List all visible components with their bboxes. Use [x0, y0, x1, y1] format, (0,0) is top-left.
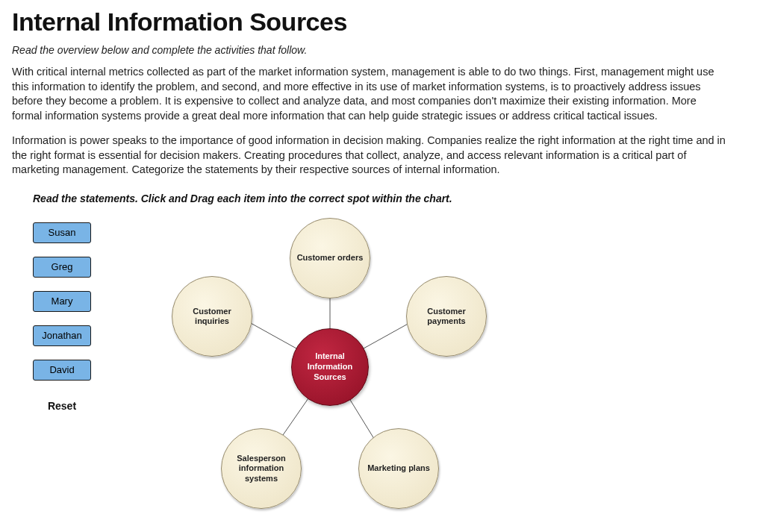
page-title: Internal Information Sources: [12, 7, 745, 37]
center-node[interactable]: Internal Information Sources: [291, 328, 369, 406]
drop-target-customer-payments[interactable]: Customer payments: [406, 276, 487, 357]
drop-target-customer-orders[interactable]: Customer orders: [290, 218, 370, 298]
activity-instruction: Read the statements. Click and Drag each…: [33, 193, 745, 204]
drag-chip-jonathan[interactable]: Jonathan: [33, 325, 91, 346]
reset-button[interactable]: Reset: [33, 400, 91, 412]
drop-target-salesperson-info[interactable]: Salesperson information systems: [221, 428, 302, 509]
drag-chips-column: Susan Greg Mary Jonathan David: [33, 222, 91, 381]
drag-chip-susan[interactable]: Susan: [33, 222, 91, 243]
paragraph-1: With critical internal metrics collected…: [12, 65, 729, 123]
drop-target-customer-inquiries[interactable]: Customer inquiries: [172, 276, 252, 357]
drag-chip-david[interactable]: David: [33, 360, 91, 381]
paragraph-2: Information is power speaks to the impor…: [12, 134, 729, 178]
drag-chip-greg[interactable]: Greg: [33, 257, 91, 278]
spoke-diagram: Internal Information Sources Customer or…: [136, 218, 524, 516]
drag-chip-mary[interactable]: Mary: [33, 291, 91, 312]
activity-area: Read the statements. Click and Drag each…: [12, 193, 745, 516]
overview-instruction: Read the overview below and complete the…: [12, 44, 745, 56]
drop-target-marketing-plans[interactable]: Marketing plans: [358, 428, 439, 509]
